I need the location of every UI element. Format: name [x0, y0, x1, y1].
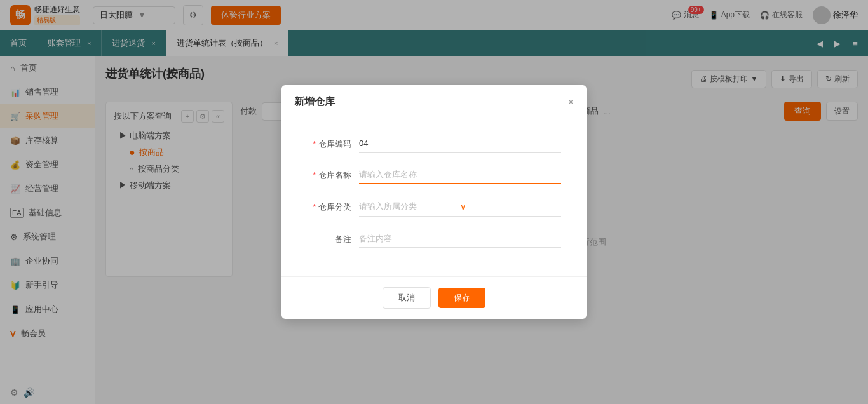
- dialog-header: 新增仓库 ×: [281, 85, 587, 119]
- code-input[interactable]: [359, 135, 561, 153]
- dialog-close-btn[interactable]: ×: [568, 97, 574, 108]
- note-label: 备注: [307, 234, 351, 245]
- form-row-note: 备注: [307, 230, 561, 248]
- category-label: * 仓库分类: [307, 201, 351, 213]
- code-label: * 仓库编码: [307, 138, 351, 150]
- dialog-footer: 取消 保存: [281, 276, 587, 319]
- category-select[interactable]: 请输入所属分类 ∨: [359, 197, 561, 217]
- name-required-star: *: [313, 170, 316, 180]
- code-required-star: *: [313, 139, 316, 149]
- dialog-overlay: 新增仓库 × * 仓库编码 * 仓库名称: [0, 0, 868, 404]
- name-label: * 仓库名称: [307, 170, 351, 181]
- name-input[interactable]: [359, 166, 561, 184]
- note-input[interactable]: [359, 230, 561, 248]
- save-btn[interactable]: 保存: [438, 288, 485, 308]
- add-warehouse-dialog: 新增仓库 × * 仓库编码 * 仓库名称: [281, 85, 587, 319]
- form-row-name: * 仓库名称: [307, 166, 561, 184]
- form-row-code: * 仓库编码: [307, 135, 561, 153]
- category-required-star: *: [313, 202, 316, 212]
- cancel-btn[interactable]: 取消: [383, 287, 431, 309]
- category-chevron-icon: ∨: [460, 202, 561, 212]
- dialog-body: * 仓库编码 * 仓库名称 * 仓库分类 请输入所属: [281, 119, 587, 276]
- dialog-title: 新增仓库: [294, 95, 335, 109]
- form-row-category: * 仓库分类 请输入所属分类 ∨: [307, 197, 561, 217]
